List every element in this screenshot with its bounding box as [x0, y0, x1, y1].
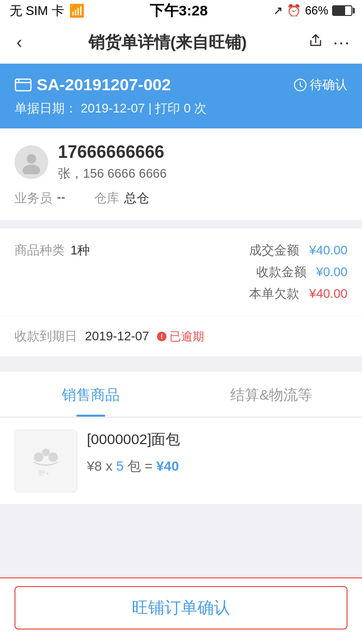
- order-date: 单据日期： 2019-12-07 | 打印 0 次: [14, 100, 348, 117]
- status-left: 无 SIM 卡 📶: [10, 2, 84, 19]
- transaction-value: ¥40.00: [309, 243, 348, 258]
- wifi-icon: 📶: [69, 3, 84, 18]
- tab-products[interactable]: 销售商品: [0, 372, 181, 417]
- status-right: ↗ ⏰ 66%: [273, 4, 352, 17]
- due-label: 收款到期日: [14, 328, 77, 345]
- product-price: ¥8 x 5 包 = ¥40: [87, 457, 348, 476]
- bottom-action-bar: 旺铺订单确认: [0, 577, 362, 644]
- customer-meta: 业务员 -- 仓库 总仓: [14, 190, 348, 207]
- more-button[interactable]: ···: [333, 32, 350, 53]
- overdue-icon: [157, 332, 167, 341]
- tabs-container: 销售商品 结算&物流等: [0, 372, 362, 417]
- tabs: 销售商品 结算&物流等: [0, 372, 362, 417]
- confirm-order-button[interactable]: 旺铺订单确认: [14, 586, 348, 630]
- carrier-text: 无 SIM 卡: [10, 2, 64, 19]
- product-type-label: 商品种类: [14, 242, 65, 259]
- order-header: SA-20191207-002 待确认 单据日期： 2019-12-07 | 打…: [0, 64, 362, 128]
- transaction-label: 成交金额: [249, 242, 299, 259]
- svg-point-4: [34, 452, 43, 462]
- section-divider: [0, 364, 362, 372]
- svg-point-2: [27, 154, 36, 164]
- product-info: [0000002]面包 ¥8 x 5 包 = ¥40: [87, 430, 348, 476]
- overdue-badge: 已逾期: [157, 329, 204, 344]
- received-label: 收款金额: [256, 264, 306, 280]
- customer-card: 17666666666 张，156 6666 6666 业务员 -- 仓库 总仓: [0, 128, 362, 220]
- tab-settlement[interactable]: 结算&物流等: [181, 372, 362, 417]
- total-price: ¥40: [156, 459, 179, 474]
- customer-name: 张，156 6666 6666: [58, 165, 167, 182]
- customer-avatar: [14, 145, 48, 179]
- received-value: ¥0.00: [316, 265, 348, 280]
- nav-actions: ···: [308, 32, 350, 53]
- page-title: 销货单详情(来自旺铺): [88, 31, 247, 54]
- alarm-icon: ⏰: [287, 4, 301, 17]
- svg-text:野+: 野+: [39, 469, 49, 477]
- equals: =: [145, 459, 156, 474]
- product-type-value: 1种: [70, 242, 90, 259]
- status-bar: 无 SIM 卡 📶 下午3:28 ↗ ⏰ 66%: [0, 0, 362, 21]
- battery-icon: [332, 5, 352, 16]
- warehouse-value: 总仓: [124, 190, 149, 207]
- order-number: SA-20191207-002: [14, 75, 171, 94]
- battery-text: 66%: [305, 4, 328, 17]
- owed-value: ¥40.00: [309, 286, 348, 301]
- order-status: 待确认: [293, 76, 348, 93]
- nav-bar: ‹ 销货单详情(来自旺铺) ···: [0, 21, 362, 64]
- due-date-value: 2019-12-07: [85, 329, 149, 344]
- product-name: [0000002]面包: [87, 430, 348, 449]
- svg-point-5: [48, 452, 58, 462]
- status-time: 下午3:28: [150, 1, 208, 21]
- salesperson-label: 业务员: [14, 190, 52, 207]
- product-thumbnail: 野+: [14, 430, 77, 492]
- salesperson-value: --: [57, 190, 65, 207]
- owed-label: 本单欠款: [249, 285, 299, 302]
- due-date-card: 收款到期日 2019-12-07 已逾期: [0, 316, 362, 356]
- stats-card: 商品种类 1种 成交金额 ¥40.00 收款金额 ¥0.00 本单欠款 ¥40.…: [0, 228, 362, 316]
- svg-point-3: [23, 165, 40, 174]
- overdue-text: 已逾期: [169, 329, 204, 344]
- unit: 包: [127, 459, 141, 474]
- quantity: 5: [116, 459, 124, 474]
- product-card: 野+ [0000002]面包 ¥8 x 5 包 = ¥40: [0, 418, 362, 504]
- customer-phone: 17666666666: [58, 142, 167, 162]
- warehouse-label: 仓库: [94, 190, 119, 207]
- share-button[interactable]: [308, 33, 323, 52]
- price-separator: x: [106, 459, 116, 474]
- location-icon: ↗: [273, 4, 283, 17]
- back-button[interactable]: ‹: [12, 28, 27, 57]
- svg-point-6: [42, 448, 50, 456]
- svg-rect-0: [15, 79, 31, 91]
- unit-price: ¥8: [87, 459, 102, 474]
